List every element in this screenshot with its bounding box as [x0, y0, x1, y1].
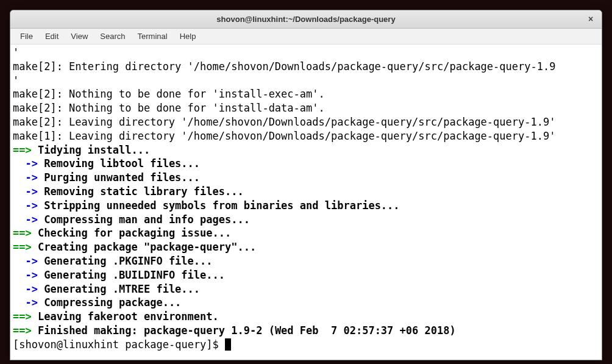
menu-search[interactable]: Search — [94, 30, 131, 42]
close-button[interactable]: × — [585, 13, 597, 25]
terminal-line: -> Compressing man and info pages... — [13, 213, 599, 227]
prompt-close: ]$ — [206, 338, 225, 351]
status-text: Tidying install... — [38, 144, 150, 156]
prompt-user: shovon — [19, 338, 56, 351]
arrow-blue-icon: -> — [13, 213, 44, 226]
terminal-output[interactable]: 'make[2]: Entering directory '/home/shov… — [10, 45, 602, 360]
menu-terminal[interactable]: Terminal — [132, 30, 174, 42]
terminal-line: make[1]: Leaving directory '/home/shovon… — [13, 129, 599, 143]
titlebar[interactable]: shovon@linuxhint:~/Downloads/package-que… — [10, 10, 602, 29]
cursor-icon — [225, 338, 231, 351]
terminal-line: ' — [13, 74, 599, 88]
terminal-line: ==> Creating package "package-query"... — [13, 240, 599, 254]
terminal-line: ==> Tidying install... — [13, 143, 599, 157]
terminal-line: -> Compressing package... — [13, 296, 599, 310]
arrow-green-icon: ==> — [13, 310, 38, 323]
status-text: Checking for packaging issue... — [38, 227, 231, 239]
terminal-line: make[2]: Nothing to be done for 'install… — [13, 101, 599, 115]
terminal-line: -> Generating .BUILDINFO file... — [13, 268, 599, 282]
arrow-blue-icon: -> — [13, 283, 44, 295]
prompt-at: @ — [57, 338, 63, 351]
menubar: File Edit View Search Terminal Help — [10, 29, 602, 45]
arrow-green-icon: ==> — [13, 324, 38, 337]
status-text: Stripping unneeded symbols from binaries… — [44, 199, 399, 212]
status-text: Compressing man and info pages... — [44, 213, 250, 226]
terminal-line: make[2]: Nothing to be done for 'install… — [13, 87, 599, 101]
terminal-line: ' — [13, 46, 599, 60]
menu-file[interactable]: File — [14, 30, 39, 42]
prompt-dir: package-query — [125, 338, 206, 351]
prompt-host: linuxhint — [63, 338, 119, 351]
window-title: shovon@linuxhint:~/Downloads/package-que… — [216, 15, 395, 24]
prompt-sep — [119, 338, 125, 351]
terminal-line: make[2]: Leaving directory '/home/shovon… — [13, 115, 599, 129]
terminal-line: ==> Leaving fakeroot environment. — [13, 310, 599, 324]
status-text: Generating .BUILDINFO file... — [44, 269, 225, 281]
arrow-blue-icon: -> — [13, 199, 44, 212]
arrow-blue-icon: -> — [13, 185, 44, 198]
arrow-green-icon: ==> — [13, 227, 38, 239]
menu-edit[interactable]: Edit — [39, 30, 65, 42]
terminal-line: -> Removing static library files... — [13, 185, 599, 199]
arrow-green-icon: ==> — [13, 144, 38, 156]
terminal-line: -> Generating .MTREE file... — [13, 282, 599, 296]
prompt-open: [ — [13, 338, 19, 351]
menu-view[interactable]: View — [65, 30, 94, 42]
status-text: Purging unwanted files... — [44, 171, 200, 184]
terminal-window: shovon@linuxhint:~/Downloads/package-que… — [10, 10, 602, 360]
terminal-line: ==> Checking for packaging issue... — [13, 226, 599, 240]
status-text: Creating package "package-query"... — [38, 241, 256, 253]
arrow-blue-icon: -> — [13, 269, 44, 281]
terminal-line: -> Purging unwanted files... — [13, 171, 599, 185]
terminal-line: -> Removing libtool files... — [13, 157, 599, 171]
terminal-line: -> Generating .PKGINFO file... — [13, 254, 599, 268]
terminal-line: -> Stripping unneeded symbols from binar… — [13, 199, 599, 213]
status-text: Compressing package... — [44, 296, 181, 309]
status-text: Removing libtool files... — [44, 157, 200, 170]
close-icon: × — [588, 14, 593, 24]
prompt-line[interactable]: [shovon@linuxhint package-query]$ — [13, 338, 599, 352]
arrow-blue-icon: -> — [13, 157, 44, 170]
arrow-blue-icon: -> — [13, 255, 44, 267]
status-text: Generating .MTREE file... — [44, 283, 200, 295]
arrow-blue-icon: -> — [13, 171, 44, 184]
arrow-blue-icon: -> — [13, 296, 44, 309]
status-text: Leaving fakeroot environment. — [38, 310, 219, 323]
status-text: Finished making: package-query 1.9-2 (We… — [38, 324, 456, 337]
terminal-line: make[2]: Entering directory '/home/shovo… — [13, 60, 599, 74]
status-text: Removing static library files... — [44, 185, 244, 198]
menu-help[interactable]: Help — [174, 30, 202, 42]
terminal-line: ==> Finished making: package-query 1.9-2… — [13, 324, 599, 338]
arrow-green-icon: ==> — [13, 241, 38, 253]
status-text: Generating .PKGINFO file... — [44, 255, 212, 267]
